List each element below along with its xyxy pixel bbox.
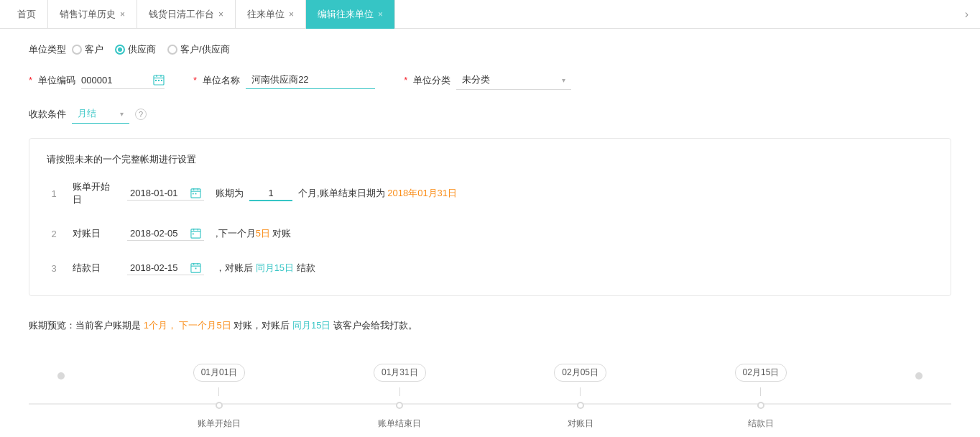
radio-supplier-circle	[115, 45, 125, 55]
tab-sales-label: 销售订单历史	[60, 8, 116, 21]
radio-customer-circle	[72, 45, 82, 55]
unit-class-required: *	[404, 75, 407, 86]
period-month-group: 账期为 个月,账单结束日期为 2018年01月31日	[216, 186, 457, 201]
unit-class-value: 未分类	[462, 73, 559, 86]
period-month-input[interactable]	[249, 186, 292, 201]
radio-customer-label: 客户	[85, 43, 103, 56]
tab-cash-close-icon[interactable]: ×	[218, 9, 223, 19]
period-box-title: 请按照未来的一个完整帐期进行设置	[47, 153, 933, 166]
unit-class-group: * 单位分类 未分类 ▾	[404, 70, 571, 90]
svg-rect-22	[195, 268, 197, 270]
period-date-input-3[interactable]	[130, 262, 188, 273]
timeline-nodes: 01月01日 账单开始日 01月31日 账单结束日 02月05日	[57, 364, 923, 430]
timeline-end-dot	[915, 372, 923, 380]
period-label-2: 对账日	[73, 227, 116, 240]
timeline-node-2: 01月31日 账单结束日	[374, 364, 426, 430]
payment-group: 收款条件 月结 ▾ ?	[29, 104, 147, 124]
timeline-node-4: 02月15日 结款日	[735, 364, 787, 430]
unit-info-row: * 单位编码 * 单位名	[29, 70, 951, 90]
unit-name-required: *	[193, 75, 197, 86]
period-cal-icon-3[interactable]	[190, 262, 201, 273]
period-row-3: 3 结款日 ，对账后 同月15日 结款	[47, 261, 933, 275]
unit-code-label: 单位编码	[38, 74, 75, 87]
timeline-dot-1	[216, 402, 223, 409]
period-highlight-3: 同月15日	[256, 262, 294, 273]
period-label-1: 账单开始日	[73, 180, 116, 206]
timeline-connector-3	[580, 387, 581, 396]
period-date-1	[127, 186, 204, 201]
radio-cs-label: 客户/供应商	[180, 43, 230, 56]
period-date-input-1[interactable]	[130, 188, 188, 198]
period-cal-icon-2[interactable]	[190, 228, 201, 239]
tab-unit-list-close-icon[interactable]: ×	[289, 9, 294, 19]
period-end-date: 2018年01月31日	[387, 188, 457, 198]
main-content: 单位类型 客户 供应商 客户/供应商 * 单位编码	[0, 29, 980, 437]
tab-edit-unit-close-icon[interactable]: ×	[378, 9, 383, 19]
timeline-node-1: 01月01日 账单开始日	[193, 364, 246, 430]
unit-class-arrow-icon: ▾	[562, 76, 565, 84]
preview-part5: 该客户会给我打款。	[333, 320, 417, 331]
unit-type-group: 单位类型 客户 供应商 客户/供应商	[29, 43, 230, 56]
payment-select[interactable]: 月结 ▾	[72, 104, 129, 124]
timeline-chip-4: 02月15日	[735, 364, 787, 382]
tab-cash-work[interactable]: 钱货日清工作台 ×	[137, 0, 236, 29]
tab-scroll-arrow[interactable]: ›	[959, 8, 974, 21]
preview-part2: 下一个月5日	[179, 320, 231, 331]
timeline-dot-2	[396, 402, 403, 409]
period-row-1: 1 账单开始日 账期为	[47, 180, 933, 206]
preview-part3: 对账，对账后	[234, 320, 290, 331]
unit-code-calendar-icon[interactable]	[153, 74, 165, 86]
unit-name-label: 单位名称	[203, 74, 240, 87]
svg-rect-4	[155, 80, 157, 81]
period-highlight-2: 5日	[256, 228, 270, 239]
timeline-label-3: 对账日	[568, 418, 593, 430]
tab-sales-close-icon[interactable]: ×	[120, 9, 125, 19]
svg-rect-12	[195, 193, 197, 195]
timeline-dot-4	[757, 402, 764, 409]
unit-code-input-wrap	[81, 71, 165, 89]
radio-customer[interactable]: 客户	[72, 43, 103, 56]
unit-class-select[interactable]: 未分类 ▾	[456, 70, 571, 90]
tab-home[interactable]: 首页	[6, 0, 48, 29]
svg-rect-11	[193, 193, 194, 195]
timeline-dot-3	[577, 402, 584, 409]
preview-section: 账期预览：当前客户账期是 1个月， 下一个月5日 对账，对账后 同月15日 该客…	[29, 308, 951, 437]
period-desc-2: ,下一个月5日 对账	[216, 227, 291, 240]
period-date-input-2[interactable]	[130, 228, 188, 239]
period-date-2	[127, 226, 204, 241]
timeline-label-4: 结款日	[748, 418, 774, 430]
timeline-chip-1: 01月01日	[193, 364, 246, 382]
timeline-connector-4	[760, 387, 761, 396]
timeline-label-1: 账单开始日	[198, 418, 241, 430]
tab-edit-unit[interactable]: 编辑往来单位 ×	[306, 0, 395, 29]
timeline-connector-2	[399, 387, 400, 396]
timeline-label-2: 账单结束日	[378, 418, 421, 430]
radio-supplier[interactable]: 供应商	[115, 43, 156, 56]
timeline-start-dot	[57, 372, 65, 380]
payment-arrow-icon: ▾	[120, 110, 124, 118]
svg-rect-17	[193, 234, 194, 235]
period-desc-3: ，对账后 同月15日 结款	[216, 262, 315, 275]
period-num-3: 3	[47, 263, 61, 274]
unit-code-group: * 单位编码	[29, 71, 165, 89]
unit-code-input[interactable]	[81, 75, 153, 86]
tab-unit-list-label: 往来单位	[247, 8, 285, 21]
period-cal-icon-1[interactable]	[190, 188, 201, 198]
radio-customer-supplier[interactable]: 客户/供应商	[167, 43, 230, 56]
period-label-3: 结款日	[73, 262, 116, 275]
period-num-2: 2	[47, 229, 61, 239]
unit-name-input[interactable]	[246, 72, 375, 89]
unit-class-label: 单位分类	[413, 74, 450, 87]
period-num-1: 1	[47, 188, 61, 199]
payment-help-icon[interactable]: ?	[135, 109, 147, 120]
tab-sales-history[interactable]: 销售订单历史 ×	[48, 0, 137, 29]
period-settings-box: 请按照未来的一个完整帐期进行设置 1 账单开始日	[29, 138, 951, 296]
preview-text: 账期预览：当前客户账期是 1个月， 下一个月5日 对账，对账后 同月15日 该客…	[29, 319, 951, 332]
timeline-connector-1	[218, 387, 219, 396]
unit-code-required: *	[29, 75, 32, 86]
payment-label: 收款条件	[29, 108, 66, 121]
radio-cs-circle	[167, 45, 177, 55]
timeline-chip-3: 02月05日	[554, 364, 606, 382]
tab-unit-list[interactable]: 往来单位 ×	[236, 0, 306, 29]
tab-cash-label: 钱货日清工作台	[149, 8, 214, 21]
